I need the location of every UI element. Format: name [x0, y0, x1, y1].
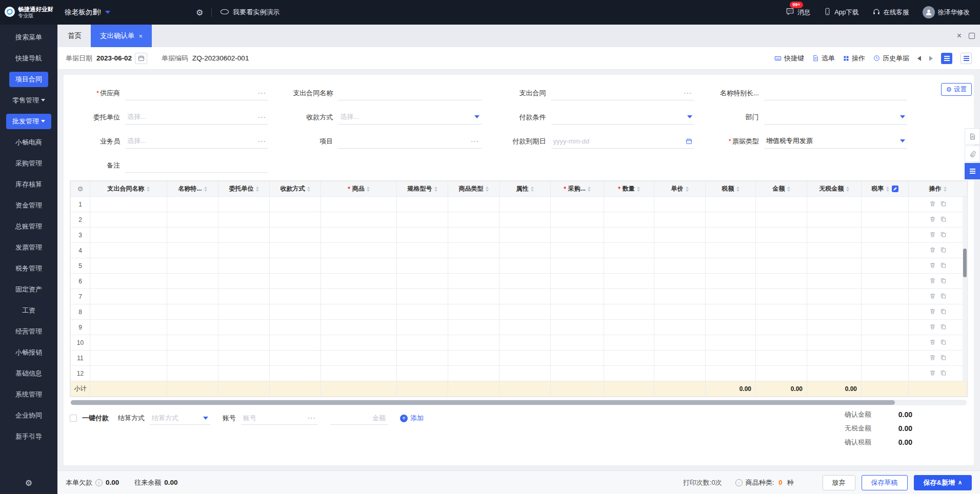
cell-contract-name[interactable] [90, 289, 167, 304]
field-input-remark[interactable] [125, 158, 268, 173]
cell-contract-name[interactable] [90, 304, 167, 320]
field-input-department[interactable] [764, 110, 907, 125]
cell-spec[interactable] [397, 212, 448, 228]
company-selector[interactable]: 徐老板勿删! [65, 8, 183, 17]
column-header-quantity[interactable]: *数量 [604, 181, 654, 197]
sort-icon[interactable] [846, 187, 849, 192]
column-header-product-type[interactable]: 商品类型 [448, 181, 499, 197]
sort-icon[interactable] [367, 187, 370, 192]
cell-client-unit[interactable] [218, 366, 270, 381]
cell-product[interactable] [321, 335, 397, 351]
onekey-payment-checkbox[interactable] [70, 415, 77, 422]
vertical-scrollbar-thumb[interactable] [963, 249, 967, 277]
cell-amount[interactable] [756, 289, 807, 304]
delete-row-button[interactable] [927, 323, 938, 332]
cell-client-unit[interactable] [218, 228, 270, 243]
more-icon[interactable]: ··· [308, 414, 316, 422]
cell-contract-name[interactable] [90, 212, 167, 228]
cell-product-type[interactable] [448, 243, 499, 258]
cell-quantity[interactable] [604, 243, 654, 258]
cell-spec[interactable] [397, 197, 448, 212]
column-header-name-special[interactable]: 名称特... [167, 181, 218, 197]
cell-receive-method[interactable] [270, 304, 321, 320]
demo-link[interactable]: 我要看实例演示 [220, 8, 279, 17]
settle-method-select[interactable]: 结算方式 [150, 411, 210, 425]
cell-product[interactable] [321, 212, 397, 228]
sort-icon[interactable] [204, 187, 207, 192]
cell-notax-amount[interactable] [807, 243, 862, 258]
cell-amount[interactable] [756, 228, 807, 243]
cell-unit-price[interactable] [654, 197, 706, 212]
list-view-toggle[interactable] [941, 53, 952, 64]
horizontal-scrollbar[interactable] [71, 400, 967, 405]
sidebar-item-system-mgmt[interactable]: 系统管理 [0, 384, 57, 405]
preview-panel-icon[interactable] [965, 163, 980, 179]
grid-settings-header[interactable]: ⚙ [71, 181, 90, 197]
related-doc-icon[interactable] [965, 128, 980, 145]
cell-name-special[interactable] [167, 228, 218, 243]
cell-tax[interactable] [706, 228, 756, 243]
delete-row-button[interactable] [927, 231, 938, 239]
copy-row-button[interactable] [938, 323, 949, 332]
cell-product[interactable] [321, 258, 397, 274]
cell-name-special[interactable] [167, 304, 218, 320]
cell-spec[interactable] [397, 289, 448, 304]
field-input-receive-method[interactable]: 选择... [338, 110, 481, 125]
tab-expense-confirmation[interactable]: 支出确认单 × [91, 25, 152, 47]
column-header-purchase[interactable]: *采购... [551, 181, 604, 197]
field-input-supplier[interactable]: ··· [125, 86, 268, 100]
cell-notax-amount[interactable] [807, 335, 862, 351]
cell-contract-name[interactable] [90, 243, 167, 258]
sidebar-item-xiaochang-expense[interactable]: 小畅报销 [0, 342, 57, 363]
cell-amount[interactable] [756, 351, 807, 366]
cell-client-unit[interactable] [218, 335, 270, 351]
sort-icon[interactable] [588, 187, 591, 192]
cell-receive-method[interactable] [270, 258, 321, 274]
cell-tax[interactable] [706, 366, 756, 381]
chevron-down-icon[interactable] [474, 115, 479, 118]
sidebar-item-retail-mgmt[interactable]: 零售管理 [0, 90, 57, 111]
calendar-icon[interactable] [686, 138, 692, 145]
field-input-salesman[interactable]: 选择...··· [125, 134, 268, 149]
cell-notax-amount[interactable] [807, 274, 862, 289]
column-header-client-unit[interactable]: 委托单位 [218, 181, 270, 197]
vertical-scrollbar[interactable] [963, 197, 967, 381]
cell-receive-method[interactable] [270, 351, 321, 366]
column-header-product[interactable]: *商品 [321, 181, 397, 197]
sort-icon[interactable] [944, 187, 947, 192]
cell-quantity[interactable] [604, 320, 654, 335]
cell-client-unit[interactable] [218, 320, 270, 335]
settings-gear-icon[interactable]: ⚙ [196, 8, 203, 17]
cell-amount[interactable] [756, 274, 807, 289]
operations-button[interactable]: 操作 [843, 54, 865, 63]
delete-row-button[interactable] [927, 293, 938, 301]
sidebar-gear-icon[interactable]: ⚙ [0, 471, 57, 494]
cell-spec[interactable] [397, 335, 448, 351]
cell-product-type[interactable] [448, 228, 499, 243]
cell-purchase[interactable] [551, 320, 604, 335]
sidebar-item-operation-mgmt[interactable]: 经营管理 [0, 321, 57, 342]
cell-tax[interactable] [706, 304, 756, 320]
delete-row-button[interactable] [927, 246, 938, 255]
cell-unit-price[interactable] [654, 304, 706, 320]
cell-contract-name[interactable] [90, 351, 167, 366]
cell-product-type[interactable] [448, 274, 499, 289]
cell-tax-rate[interactable] [862, 351, 909, 366]
sort-icon[interactable] [486, 187, 489, 192]
column-header-receive-method[interactable]: 收款方式 [270, 181, 321, 197]
cell-receive-method[interactable] [270, 197, 321, 212]
cell-spec[interactable] [397, 228, 448, 243]
sidebar-item-enterprise-collab[interactable]: 企业协同 [0, 405, 57, 426]
cell-tax-rate[interactable] [862, 212, 909, 228]
cell-amount[interactable] [756, 304, 807, 320]
copy-row-button[interactable] [938, 277, 949, 285]
cell-attribute[interactable] [499, 228, 551, 243]
cell-name-special[interactable] [167, 197, 218, 212]
cell-receive-method[interactable] [270, 366, 321, 381]
cell-attribute[interactable] [499, 320, 551, 335]
cell-product-type[interactable] [448, 320, 499, 335]
cell-product[interactable] [321, 366, 397, 381]
cell-purchase[interactable] [551, 243, 604, 258]
cell-receive-method[interactable] [270, 228, 321, 243]
cell-receive-method[interactable] [270, 243, 321, 258]
